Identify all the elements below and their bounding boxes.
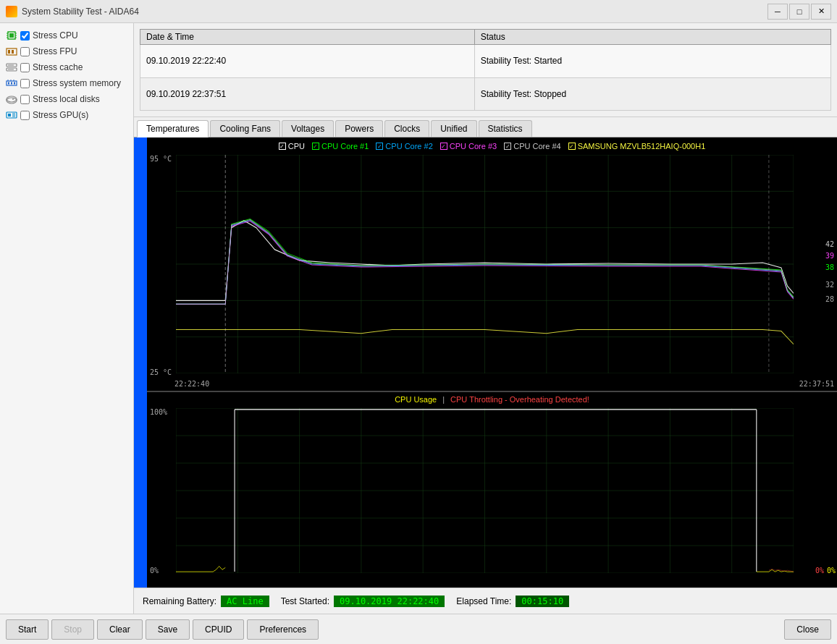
stress-fpu-item[interactable]: Stress FPU	[3, 43, 130, 59]
stress-cpu-item[interactable]: Stress CPU	[3, 27, 130, 43]
minimize-button[interactable]: ─	[767, 4, 788, 20]
legend-core3: ✓ CPU Core #3	[440, 142, 497, 151]
usage-title-2: CPU Throttling - Overheating Detected!	[450, 395, 589, 404]
stress-cache-checkbox[interactable]	[20, 63, 30, 72]
temp-x-end: 22:37:51	[799, 380, 834, 388]
tab-statistics[interactable]: Statistics	[479, 120, 532, 137]
temperature-chart: ✓ CPU ✓ CPU Core #1 ✓ CPU Core #2 ✓	[147, 137, 837, 392]
right-panel: Date & Time Status 09.10.2019 22:22:40 S…	[134, 23, 837, 614]
tabs-bar: Temperatures Cooling Fans Voltages Power…	[134, 117, 837, 137]
stress-fpu-label: Stress FPU	[33, 46, 77, 56]
temp-right-values: 42 39 38 32 28	[825, 239, 834, 305]
legend-core3-label: CPU Core #3	[450, 142, 497, 151]
legend-core1-label: CPU Core #1	[321, 142, 369, 151]
elapsed-status: Elapsed Time: 00:15:10	[456, 596, 569, 607]
log-datetime-1: 09.10.2019 22:22:40	[140, 45, 475, 78]
stress-memory-label: Stress system memory	[33, 78, 121, 88]
stress-memory-icon	[6, 77, 17, 89]
tab-temperatures[interactable]: Temperatures	[137, 120, 209, 137]
charts-inner: ✓ CPU ✓ CPU Core #1 ✓ CPU Core #2 ✓	[147, 137, 837, 588]
stress-cpu-checkbox[interactable]	[20, 31, 30, 41]
test-started-value: 09.10.2019 22:22:40	[334, 596, 445, 607]
tab-powers[interactable]: Powers	[335, 120, 383, 137]
cpuid-button[interactable]: CPUID	[193, 619, 244, 640]
test-started-label: Test Started:	[281, 596, 329, 606]
main-content: Stress CPU Stress FPU Stress cache	[0, 23, 837, 614]
svg-point-25	[7, 98, 17, 103]
temp-y-min: 25 °C	[150, 368, 172, 376]
battery-value: AC Line	[221, 596, 269, 607]
log-table: Date & Time Status 09.10.2019 22:22:40 S…	[140, 29, 831, 111]
log-datetime-2: 09.10.2019 22:37:51	[140, 77, 475, 111]
svg-rect-13	[8, 65, 14, 66]
battery-label: Remaining Battery:	[143, 596, 216, 606]
clear-button[interactable]: Clear	[97, 619, 143, 640]
legend-cpu-label: CPU	[288, 142, 305, 151]
stress-local-item[interactable]: Stress local disks	[3, 91, 130, 107]
legend-core2-label: CPU Core #2	[385, 142, 432, 151]
stress-gpu-label: Stress GPU(s)	[33, 110, 88, 120]
maximize-button[interactable]: □	[789, 4, 809, 20]
stress-local-checkbox[interactable]	[20, 95, 30, 104]
usage-right-0pct-2: 0%	[815, 567, 824, 575]
temp-val-28: 28	[825, 294, 834, 305]
title-bar-text: System Stability Test - AIDA64	[22, 7, 767, 17]
log-status-2: Stability Test: Stopped	[474, 77, 830, 111]
toolbar: Start Stop Clear Save CPUID Preferences …	[0, 614, 837, 644]
temp-chart-legend: ✓ CPU ✓ CPU Core #1 ✓ CPU Core #2 ✓	[147, 140, 837, 152]
test-started-status: Test Started: 09.10.2019 22:22:40	[281, 596, 445, 607]
tab-cooling[interactable]: Cooling Fans	[210, 120, 280, 137]
svg-rect-9	[8, 50, 10, 54]
svg-rect-18	[14, 82, 15, 85]
legend-cpu-check: ✓	[279, 143, 286, 150]
legend-cpu: ✓ CPU	[279, 142, 305, 151]
legend-core2: ✓ CPU Core #2	[376, 142, 432, 151]
stress-cache-item[interactable]: Stress cache	[3, 59, 130, 75]
save-button[interactable]: Save	[146, 619, 190, 640]
preferences-button[interactable]: Preferences	[247, 619, 319, 640]
svg-rect-28	[8, 114, 11, 116]
stress-cache-label: Stress cache	[33, 62, 83, 72]
tab-voltages[interactable]: Voltages	[282, 120, 334, 137]
log-header-status: Status	[474, 30, 830, 45]
charts-container: ✓ CPU ✓ CPU Core #1 ✓ CPU Core #2 ✓	[134, 137, 837, 588]
title-bar-buttons: ─ □ ✕	[767, 4, 831, 20]
usage-title-sep: |	[442, 395, 445, 404]
start-button[interactable]: Start	[6, 619, 49, 640]
legend-samsung-label: SAMSUNG MZVLB512HAIQ-000H1	[578, 142, 706, 151]
stress-memory-item[interactable]: Stress system memory	[3, 75, 130, 91]
close-button[interactable]: Close	[784, 619, 831, 640]
temp-chart-svg	[176, 155, 794, 373]
legend-samsung-check: ✓	[568, 143, 576, 150]
svg-point-22	[7, 96, 17, 102]
legend-core1: ✓ CPU Core #1	[312, 142, 369, 151]
left-panel: Stress CPU Stress FPU Stress cache	[0, 23, 134, 614]
stress-local-label: Stress local disks	[33, 94, 100, 104]
stress-memory-checkbox[interactable]	[20, 79, 30, 88]
legend-core4: ✓ CPU Core #4	[504, 142, 560, 151]
stress-cpu-icon	[6, 30, 17, 41]
info-panel: Date & Time Status 09.10.2019 22:22:40 S…	[134, 23, 837, 117]
side-bar-indicator	[134, 137, 147, 588]
legend-core3-check: ✓	[440, 143, 447, 150]
cpu-usage-chart: CPU Usage | CPU Throttling - Overheating…	[147, 392, 837, 588]
temp-val-39: 39	[825, 250, 834, 262]
elapsed-value: 00:15:10	[516, 596, 569, 607]
stress-cache-icon	[6, 62, 17, 73]
svg-rect-14	[8, 69, 14, 70]
temp-y-max: 95 °C	[150, 155, 172, 163]
legend-samsung: ✓ SAMSUNG MZVLB512HAIQ-000H1	[568, 142, 706, 151]
tab-clocks[interactable]: Clocks	[384, 120, 429, 137]
stress-fpu-icon	[6, 46, 17, 57]
stress-gpu-item[interactable]: Stress GPU(s)	[3, 107, 130, 123]
usage-chart-title: CPU Usage | CPU Throttling - Overheating…	[147, 395, 837, 404]
stress-gpu-checkbox[interactable]	[20, 111, 30, 120]
usage-title-1: CPU Usage	[395, 395, 437, 404]
log-row-1: 09.10.2019 22:22:40 Stability Test: Star…	[140, 45, 831, 78]
stress-fpu-checkbox[interactable]	[20, 47, 30, 56]
usage-y-max: 100%	[150, 408, 167, 416]
close-window-button[interactable]: ✕	[811, 4, 831, 20]
tab-unified[interactable]: Unified	[431, 120, 476, 137]
temp-val-38: 38	[825, 262, 834, 274]
stop-button[interactable]: Stop	[51, 619, 94, 640]
